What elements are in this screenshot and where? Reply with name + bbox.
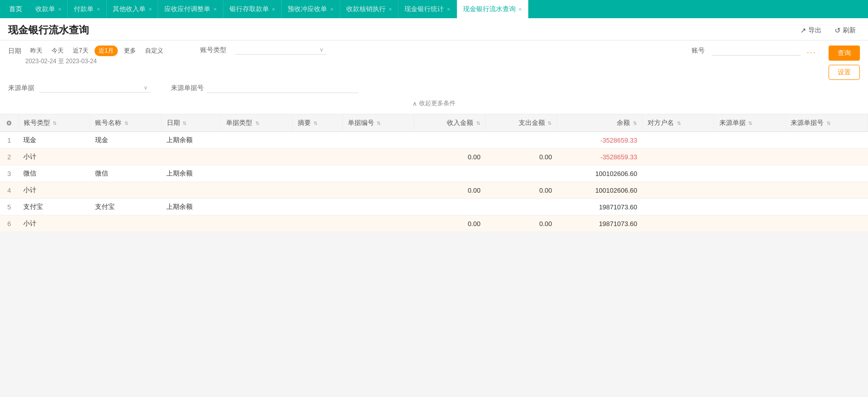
date-btn-more[interactable]: 更多 [121,46,139,56]
cell-balance: 19871073.60 [557,215,643,232]
cell-account-type: 小计 [18,215,90,232]
source-doc-no-input[interactable] [207,83,358,93]
close-icon[interactable]: × [330,6,333,12]
date-btn-today[interactable]: 今天 [49,46,67,56]
gear-icon[interactable]: ⚙ [6,119,12,127]
cell-account-type: 支付宝 [18,199,90,215]
collapse-filter-button[interactable]: ∧ 收起更多条件 [8,97,860,111]
nav-tab-skxs[interactable]: 收款核销执行 × [340,0,398,18]
nav-home[interactable]: 首页 [2,0,29,18]
col-source-doc-no: 来源单据号 ⇅ [786,114,868,132]
cell-account-name: 现金 [90,132,162,149]
cell-expense: 0.00 [485,149,557,165]
date-btn-yesterday[interactable]: 昨天 [27,46,45,56]
cell-source-doc [714,132,786,149]
close-icon[interactable]: × [58,6,61,12]
data-table: ⚙ 账号类型 ⇅ 账号名称 ⇅ 日期 ⇅ 单据类型 ⇅ [0,114,868,232]
sort-icon[interactable]: ⇅ [677,120,681,126]
close-icon[interactable]: × [519,6,522,12]
date-label: 日期 [8,47,21,56]
col-gear: ⚙ [0,114,18,132]
sort-icon[interactable]: ⇅ [827,120,831,126]
settings-button[interactable]: 设置 [829,65,860,80]
cell-account-type: 小计 [18,149,90,165]
row-number: 2 [0,149,18,165]
close-icon[interactable]: × [213,6,216,12]
account-type-select[interactable]: ∨ [236,46,327,55]
cell-source-doc-no [786,165,868,182]
cell-doc-no [342,165,414,182]
cell-summary [292,149,342,165]
nav-tab-ysyf[interactable]: 应收应付调整单 × [158,0,223,18]
refresh-button[interactable]: ↺ 刷新 [831,24,860,37]
cell-doc-type [221,199,293,215]
col-doc-type: 单据类型 ⇅ [221,114,293,132]
table-row: 2 小计 0.00 0.00 -3528659.33 [0,149,868,165]
cell-expense [485,199,557,215]
nav-tab-xjyhtj[interactable]: 现金银行统计 × [398,0,456,18]
close-icon[interactable]: × [272,6,275,12]
sort-icon[interactable]: ⇅ [633,120,637,126]
table-body: 1 现金 现金 上期余额 -3528659.33 2 小计 0.00 0.00 … [0,132,868,232]
nav-tab-yhcqk[interactable]: 银行存取款单 × [223,0,282,18]
sort-icon[interactable]: ⇅ [377,120,381,126]
sort-icon[interactable]: ⇅ [476,120,480,126]
cell-account-name [90,149,162,165]
cell-balance: 19871073.60 [557,199,643,215]
cell-expense: 0.00 [485,215,557,232]
cell-income: 0.00 [414,182,486,199]
sort-icon[interactable]: ⇅ [313,120,317,126]
cell-counterpart [643,215,714,232]
source-doc-no-label: 来源单据号 [171,83,204,93]
col-account-type: 账号类型 ⇅ [18,114,90,132]
table-row: 1 现金 现金 上期余额 -3528659.33 [0,132,868,149]
cell-balance: 100102606.60 [557,182,643,199]
cell-source-doc-no [786,182,868,199]
date-filter-section: 日期 昨天 今天 近7天 近1月 更多 自定义 2023-02-24 至 202… [8,46,180,66]
cell-expense [485,132,557,149]
col-doc-no: 单据编号 ⇅ [342,114,414,132]
account-type-label: 账号类型 [200,46,226,55]
date-btn-7days[interactable]: 近7天 [70,46,92,56]
account-dots-button[interactable]: ... [805,46,818,55]
source-doc-label: 来源单据 [8,83,34,93]
close-icon[interactable]: × [149,6,152,12]
cell-doc-type [221,149,293,165]
cell-doc-type [221,165,293,182]
date-options: 昨天 今天 近7天 近1月 更多 自定义 [27,46,166,56]
date-btn-1month[interactable]: 近1月 [95,46,118,56]
nav-tab-shoukuandan[interactable]: 收款单 × [29,0,68,18]
filter-actions: 查询 设置 [818,46,860,80]
sort-icon[interactable]: ⇅ [182,120,187,126]
page-header: 现金银行流水查询 ↗ 导出 ↺ 刷新 [0,18,868,40]
nav-tab-xjyhls[interactable]: 现金银行流水查询 × [457,0,528,18]
cell-date: 上期余额 [161,199,221,215]
close-icon[interactable]: × [389,6,392,12]
account-input[interactable] [712,46,801,56]
account-label: 账号 [692,46,705,55]
source-doc-select[interactable]: ∨ [39,83,151,93]
date-btn-custom[interactable]: 自定义 [142,46,166,56]
cell-expense: 0.00 [485,182,557,199]
cell-source-doc [714,215,786,232]
cell-account-name [90,182,162,199]
sort-icon[interactable]: ⇅ [748,120,752,126]
nav-tab-qitasd[interactable]: 其他收入单 × [107,0,158,18]
export-button[interactable]: ↗ 导出 [796,24,826,37]
chevron-down-icon: ∨ [319,47,324,53]
cell-source-doc-no [786,215,868,232]
cell-balance: -3528659.33 [557,149,643,165]
cell-income: 0.00 [414,215,486,232]
nav-tab-fukuandan[interactable]: 付款单 × [68,0,106,18]
sort-icon[interactable]: ⇅ [547,120,552,126]
close-icon[interactable]: × [447,6,450,12]
sort-icon[interactable]: ⇅ [53,120,57,126]
close-icon[interactable]: × [97,6,100,12]
sort-icon[interactable]: ⇅ [255,120,259,126]
query-button[interactable]: 查询 [829,46,860,61]
page-title: 现金银行流水查询 [8,23,89,37]
sort-icon[interactable]: ⇅ [124,120,128,126]
row-number: 4 [0,182,18,199]
nav-tab-yscs[interactable]: 预收冲应收单 × [282,0,340,18]
cell-summary [292,132,342,149]
